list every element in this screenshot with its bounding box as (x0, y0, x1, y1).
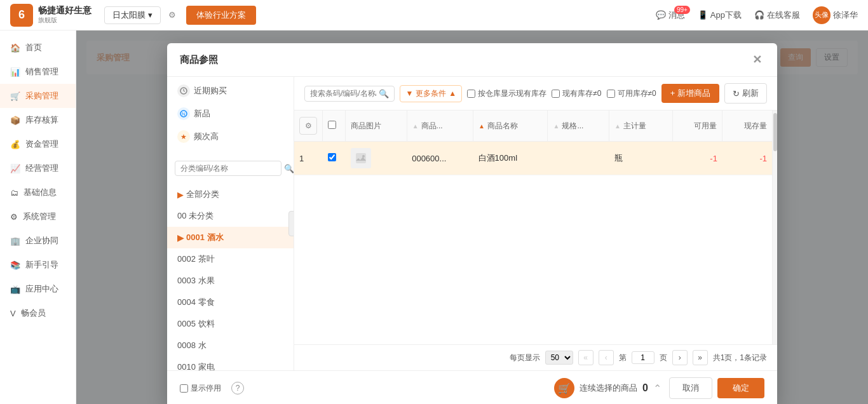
sidebar-label-home: 首页 (25, 42, 42, 53)
table-row[interactable]: 1 (294, 142, 772, 175)
category-item-0005[interactable]: 0005 饮料 (167, 313, 294, 335)
last-page-button[interactable]: » (693, 350, 708, 365)
modal-close-button[interactable]: ✕ (749, 52, 764, 67)
help-icon-wrap[interactable]: ? (231, 382, 244, 394)
category-0008-label: 0008 水 (177, 340, 207, 351)
sidebar-item-finance[interactable]: 💰 资金管理 (0, 132, 76, 156)
cart-icon[interactable]: 🛒 (554, 378, 574, 398)
sidebar-item-system[interactable]: ⚙ 系统管理 (0, 205, 76, 229)
modal-left-panel: 近期购买 N 新品 ★ 频次高 (167, 77, 294, 370)
show-disabled-label[interactable]: 显示停用 (180, 383, 221, 394)
cancel-button[interactable]: 取消 (669, 377, 712, 399)
sidebar-item-sales[interactable]: 📊 销售管理 (0, 60, 76, 84)
select-all-checkbox[interactable] (328, 121, 336, 129)
sidebar-item-apps[interactable]: 📺 应用中心 (0, 277, 76, 301)
usable-ne0-checkbox-label[interactable]: 可用库存≠0 (607, 88, 656, 99)
next-page-button[interactable]: › (672, 350, 688, 365)
category-item-0004[interactable]: 0004 零食 (167, 292, 294, 313)
settings-icon[interactable]: ⚙ (168, 10, 176, 20)
page-unit: 页 (660, 353, 667, 363)
col-name: ▲ 商品名称 (473, 111, 548, 142)
sidebar-item-base[interactable]: 🗂 基础信息 (0, 180, 76, 205)
svg-text:N: N (182, 111, 186, 117)
quick-link-frequent[interactable]: ★ 频次高 (167, 125, 294, 148)
column-settings-button[interactable]: ⚙ (299, 117, 317, 135)
per-page-select[interactable]: 50 (545, 351, 573, 365)
category-item-00[interactable]: 00 未分类 (167, 205, 294, 227)
sidebar-label-corp: 企业协同 (25, 235, 58, 246)
sidebar-item-member[interactable]: V 畅会员 (0, 301, 76, 325)
sidebar-item-corp[interactable]: 🏢 企业协同 (0, 229, 76, 253)
warehouse-checkbox[interactable] (467, 90, 475, 98)
star-icon: ★ (177, 130, 190, 143)
product-search-input[interactable] (310, 89, 376, 98)
collapse-panel-button[interactable]: 《 (288, 211, 294, 236)
sort-spec-icon[interactable]: ▲ (553, 123, 559, 130)
stock-ne0-checkbox-label[interactable]: 现有库存≠0 (552, 88, 601, 99)
guide-icon: 📚 (10, 260, 20, 270)
usable-ne0-checkbox[interactable] (607, 90, 615, 98)
quick-link-recent[interactable]: 近期购买 (167, 79, 294, 102)
prev-page-button[interactable]: ‹ (599, 350, 614, 365)
sidebar-item-guide[interactable]: 📚 新手引导 (0, 253, 76, 277)
new-icon: N (177, 107, 190, 120)
new-label: 新品 (194, 108, 210, 119)
store-selector[interactable]: 日太阳膜 ▾ (104, 6, 161, 24)
sidebar-item-inventory[interactable]: 📦 库存核算 (0, 108, 76, 132)
page-number-input[interactable] (632, 351, 654, 364)
modal-header: 商品参照 ✕ (167, 43, 777, 77)
trial-button[interactable]: 体验行业方案 (186, 6, 256, 25)
confirm-button[interactable]: 确定 (717, 378, 764, 398)
service-item[interactable]: 🎧 在线客服 (754, 10, 800, 21)
user-name: 徐泽华 (833, 10, 858, 21)
app-download-item[interactable]: 📱 App下载 (698, 10, 742, 21)
warehouse-checkbox-label[interactable]: 按仓库显示现有库存 (467, 88, 546, 99)
user-item[interactable]: 头像 徐泽华 (813, 6, 858, 24)
filter-button[interactable]: ▼ 更多条件 ▲ (400, 85, 462, 102)
chevron-down-icon: ▾ (148, 10, 153, 20)
first-page-button[interactable]: « (578, 350, 593, 365)
category-0001-label: 0001 酒水 (186, 232, 224, 243)
message-badge: 99+ (674, 6, 690, 14)
recent-label: 近期购买 (194, 85, 227, 97)
row-no: 1 (294, 142, 323, 175)
category-item-0001[interactable]: ▶ 0001 酒水 (167, 227, 294, 248)
category-search-input[interactable] (175, 161, 281, 176)
row-unit: 瓶 (609, 142, 673, 175)
category-item-0008[interactable]: 0008 水 (167, 335, 294, 356)
sidebar-item-purchase[interactable]: 🛒 采购管理 (0, 84, 76, 108)
service-label: 在线客服 (767, 10, 800, 21)
table-wrapper: ⚙ 商品图片 (294, 111, 777, 344)
category-item-all[interactable]: ▶ 全部分类 (167, 184, 294, 205)
cart-collapse-icon[interactable]: ⌃ (653, 382, 661, 394)
add-product-button[interactable]: + 新增商品 (661, 84, 719, 103)
stock-ne0-checkbox[interactable] (552, 90, 560, 98)
sort-unit-icon[interactable]: ▲ (614, 123, 621, 130)
message-nav-item[interactable]: 💬 消息 99+ (656, 10, 685, 21)
sidebar: 🏠 首页 📊 销售管理 🛒 采购管理 📦 库存核算 💰 资金管理 📈 经营管理 … (0, 30, 76, 404)
row-usable: -1 (672, 142, 722, 175)
category-item-0003[interactable]: 0003 水果 (167, 270, 294, 292)
row-checkbox[interactable] (328, 153, 336, 161)
help-icon[interactable]: ? (231, 382, 244, 394)
product-search-icon[interactable]: 🔍 (379, 89, 389, 98)
sidebar-item-home[interactable]: 🏠 首页 (0, 36, 76, 60)
product-search-box[interactable]: 🔍 (304, 86, 395, 102)
col-name-label: 商品名称 (487, 121, 518, 131)
sort-up-icon[interactable]: ▲ (412, 123, 419, 130)
category-list: ▶ 全部分类 00 未分类 ▶ 0001 酒水 0002 茶 (167, 181, 294, 370)
category-item-0010[interactable]: 0010 家电 (167, 356, 294, 370)
col-usable: 可用量 (672, 111, 722, 142)
category-item-0002[interactable]: 0002 茶叶 (167, 248, 294, 270)
col-code-label: 商品... (421, 121, 443, 131)
show-disabled-checkbox[interactable] (180, 384, 188, 393)
quick-link-new[interactable]: N 新品 (167, 102, 294, 125)
vertical-scrollbar[interactable] (772, 111, 777, 344)
sort-name-icon[interactable]: ▲ (478, 123, 485, 130)
refresh-button[interactable]: ↻ 刷新 (724, 83, 767, 104)
usable-ne0-text: 可用库存≠0 (618, 88, 656, 99)
app-download-label: App下载 (710, 10, 742, 21)
row-code: 000600... (407, 142, 473, 175)
sidebar-item-operation[interactable]: 📈 经营管理 (0, 156, 76, 180)
search-icon[interactable]: 🔍 (284, 164, 294, 173)
